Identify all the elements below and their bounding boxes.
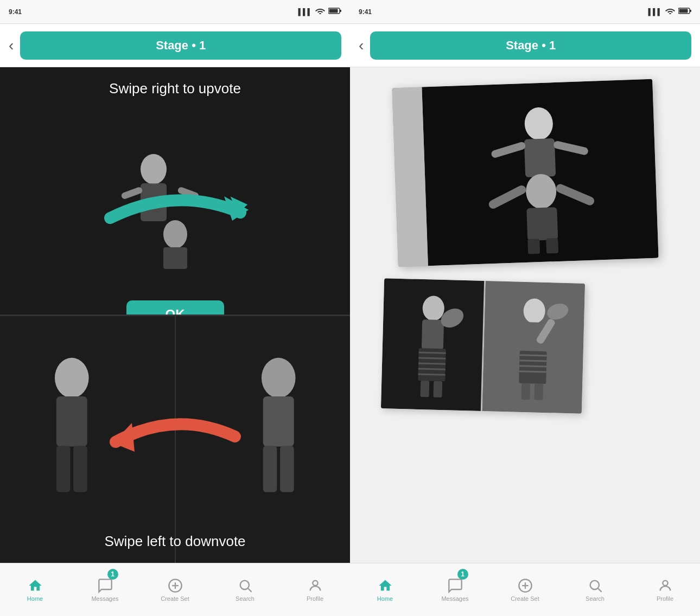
svg-rect-46 [433, 381, 442, 397]
right-phone-panel: 9:41 ▌▌▌ ‹ Stage • 1 [350, 0, 700, 616]
tab-bar-right: Home 1 Messages Create Set Search Profil… [350, 563, 700, 616]
svg-rect-55 [521, 383, 531, 400]
small-photo-left-svg [390, 287, 474, 403]
status-bar-left: 9:41 ▌▌▌ [0, 0, 350, 24]
tab-search-left[interactable]: Search [210, 563, 280, 616]
tab-messages-label-right: Messages [441, 595, 468, 602]
tab-home-label-right: Home [377, 595, 393, 602]
home-icon-right [378, 578, 393, 593]
svg-line-54 [519, 371, 546, 372]
small-photo-container [383, 281, 600, 416]
small-photo-left [381, 278, 486, 411]
svg-rect-32 [526, 207, 557, 241]
svg-point-31 [525, 174, 556, 209]
tab-home-label-left: Home [27, 595, 43, 602]
small-photo-card [381, 278, 585, 414]
tab-create-right[interactable]: Create Set [490, 563, 560, 616]
stage-button-right[interactable]: Stage • 1 [370, 31, 691, 60]
downvote-arrow [105, 415, 246, 464]
large-photo-container [395, 84, 656, 268]
tab-search-label-right: Search [586, 595, 604, 602]
tab-home-left[interactable]: Home [0, 563, 70, 616]
tab-profile-label-left: Profile [307, 595, 323, 602]
svg-point-14 [261, 357, 295, 397]
svg-point-37 [422, 296, 444, 321]
svg-rect-34 [554, 183, 595, 207]
svg-rect-36 [545, 238, 558, 254]
tab-messages-label-left: Messages [91, 595, 118, 602]
upvote-card[interactable]: Swipe right to upvote [0, 67, 350, 316]
back-button-right[interactable]: ‹ [359, 38, 364, 53]
status-bar-right: 9:41 ▌▌▌ [350, 0, 700, 24]
status-icons-right: ▌▌▌ [648, 7, 691, 16]
svg-rect-2 [329, 9, 338, 13]
svg-point-7 [163, 220, 187, 248]
stage-button-left[interactable]: Stage • 1 [20, 31, 341, 60]
svg-line-43 [418, 369, 446, 369]
tab-home-right[interactable]: Home [350, 563, 420, 616]
large-photo-svg [434, 88, 646, 258]
svg-line-41 [418, 358, 446, 358]
svg-rect-30 [552, 140, 588, 156]
svg-rect-28 [524, 138, 555, 177]
svg-rect-8 [163, 247, 187, 269]
signal-icon-right: ▌▌▌ [648, 8, 662, 16]
svg-rect-16 [263, 446, 277, 492]
create-icon-left [168, 578, 183, 593]
svg-rect-38 [422, 319, 444, 350]
tab-create-left[interactable]: Create Set [140, 563, 210, 616]
tab-search-right[interactable]: Search [560, 563, 630, 616]
tab-create-label-right: Create Set [511, 595, 539, 602]
main-content-left: Swipe right to upvote [0, 67, 350, 563]
small-photo-right-svg [491, 290, 575, 406]
svg-rect-11 [56, 396, 87, 447]
svg-point-64 [663, 580, 667, 585]
svg-point-21 [240, 580, 249, 589]
status-icons-left: ▌▌▌ [298, 7, 341, 16]
svg-rect-25 [690, 10, 691, 12]
svg-point-48 [523, 298, 545, 324]
svg-rect-12 [56, 446, 71, 492]
tab-messages-left[interactable]: 1 Messages [70, 563, 140, 616]
large-photo-scene [422, 79, 658, 266]
nav-header-left: ‹ Stage • 1 [0, 24, 350, 67]
tab-bar-left: Home 1 Messages Create Set Search Profil… [0, 563, 350, 616]
upvote-instruction: Swipe right to upvote [0, 80, 350, 97]
messages-icon-left [98, 578, 113, 593]
status-time-right: 9:41 [359, 8, 372, 16]
downvote-card[interactable]: Swipe left to downvote [0, 316, 350, 563]
search-icon-left [238, 578, 253, 593]
large-photo-card [392, 79, 658, 267]
messages-icon-right [448, 578, 463, 593]
left-phone-panel: 9:41 ▌▌▌ ‹ Stage • 1 Swipe right to upvo… [0, 0, 350, 616]
tab-profile-left[interactable]: Profile [280, 563, 350, 616]
photo-strip-left [392, 87, 428, 267]
svg-rect-1 [340, 10, 341, 12]
svg-line-44 [418, 374, 445, 375]
svg-point-62 [590, 580, 599, 589]
messages-badge-left: 1 [107, 569, 118, 580]
svg-rect-26 [679, 9, 688, 13]
svg-rect-45 [420, 381, 429, 397]
wifi-icon-right [665, 7, 675, 16]
nav-header-right: ‹ Stage • 1 [350, 24, 700, 67]
svg-line-52 [520, 361, 547, 361]
tab-messages-right[interactable]: 1 Messages [420, 563, 490, 616]
battery-icon-right [678, 8, 691, 16]
svg-point-10 [55, 357, 89, 397]
signal-icon: ▌▌▌ [298, 8, 312, 16]
tab-profile-right[interactable]: Profile [630, 563, 700, 616]
svg-rect-13 [73, 446, 87, 492]
small-photo-right [482, 281, 585, 414]
downvote-instruction: Swipe left to downvote [0, 533, 350, 550]
svg-line-40 [418, 352, 446, 353]
svg-rect-29 [490, 141, 526, 158]
svg-rect-56 [534, 384, 544, 400]
ok-button[interactable]: OK [126, 300, 224, 316]
upvote-mime-svg [67, 110, 284, 272]
tab-create-label-left: Create Set [161, 595, 189, 602]
wifi-icon [315, 7, 325, 16]
back-button-left[interactable]: ‹ [9, 38, 14, 53]
red-arrow-svg [105, 415, 246, 464]
profile-icon-left [308, 578, 323, 593]
